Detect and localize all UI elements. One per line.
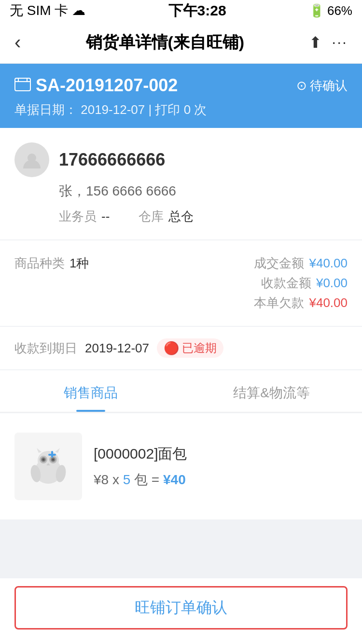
date-label: 单据日期： bbox=[14, 102, 77, 117]
amount-value-1: ¥0.00 bbox=[316, 276, 348, 291]
summary-section: 商品种类 1种 成交金额 ¥40.00 收款金额 ¥0.00 本单欠款 ¥40.… bbox=[0, 240, 362, 326]
product-multiply: x bbox=[112, 472, 123, 487]
customer-name: 张，156 6666 6666 bbox=[59, 182, 348, 200]
status-bar: 无 SIM 卡 ☁ 下午3:28 🔋 66% bbox=[0, 0, 362, 21]
summary-left: 商品种类 1种 bbox=[14, 255, 89, 272]
due-label: 收款到期日 bbox=[14, 340, 77, 357]
nav-left: ‹ bbox=[14, 31, 21, 53]
warehouse-item: 仓库 总仓 bbox=[139, 208, 194, 225]
product-price-row: ¥8 x 5 包 = ¥40 bbox=[94, 471, 348, 489]
summary-right: 成交金额 ¥40.00 收款金额 ¥0.00 本单欠款 ¥40.00 bbox=[254, 255, 348, 311]
svg-rect-0 bbox=[15, 78, 30, 91]
warehouse-label: 仓库 bbox=[139, 208, 164, 225]
tab-settlement[interactable]: 结算&物流等 bbox=[181, 370, 362, 412]
amount-row-2: 本单欠款 ¥40.00 bbox=[254, 294, 348, 311]
svg-rect-16 bbox=[48, 454, 56, 456]
order-id: SA-20191207-002 bbox=[14, 75, 178, 96]
product-qty: 5 bbox=[123, 472, 131, 487]
staff-value: -- bbox=[101, 209, 110, 224]
amount-label-1: 收款金额 bbox=[261, 275, 311, 292]
status-left: 无 SIM 卡 ☁ bbox=[10, 1, 85, 20]
product-unit: 包 bbox=[134, 472, 148, 487]
amount-row-1: 收款金额 ¥0.00 bbox=[261, 275, 348, 292]
product-image bbox=[14, 433, 82, 500]
svg-marker-12 bbox=[55, 448, 60, 453]
customer-phone: 17666666666 bbox=[59, 150, 165, 170]
warehouse-value: 总仓 bbox=[168, 208, 194, 225]
svg-point-9 bbox=[52, 459, 55, 461]
bottom-bar: 旺铺订单确认 bbox=[0, 578, 362, 644]
order-id-row: SA-20191207-002 ⊙ 待确认 bbox=[14, 75, 348, 96]
page-title: 销货单详情(来自旺铺) bbox=[86, 31, 245, 54]
customer-phone-row: 17666666666 bbox=[14, 142, 348, 177]
order-id-text: SA-20191207-002 bbox=[36, 75, 178, 96]
avatar bbox=[14, 142, 49, 177]
product-item: [0000002]面包 ¥8 x 5 包 = ¥40 bbox=[14, 423, 348, 510]
back-button[interactable]: ‹ bbox=[14, 31, 21, 53]
product-name: [0000002]面包 bbox=[94, 444, 348, 464]
type-label: 商品种类 bbox=[14, 255, 65, 272]
product-price: ¥8 bbox=[94, 472, 109, 487]
print-info: | 打印 0 次 bbox=[148, 102, 207, 117]
status-time: 下午3:28 bbox=[168, 1, 226, 21]
battery-icon: 🔋 bbox=[309, 3, 324, 18]
order-status: ⊙ 待确认 bbox=[296, 77, 348, 94]
nav-bar: ‹ 销货单详情(来自旺铺) ⬆ ··· bbox=[0, 21, 362, 64]
amount-label-2: 本单欠款 bbox=[254, 294, 304, 311]
order-header: SA-20191207-002 ⊙ 待确认 单据日期： 2019-12-07 |… bbox=[0, 64, 362, 128]
tab-sales-products[interactable]: 销售商品 bbox=[0, 370, 181, 412]
svg-point-6 bbox=[42, 459, 45, 461]
product-total: ¥40 bbox=[163, 472, 186, 487]
nav-right: ⬆ ··· bbox=[309, 33, 348, 52]
sim-text: 无 SIM 卡 ☁ bbox=[10, 1, 85, 20]
due-section: 收款到期日 2019-12-07 🔴 已逾期 bbox=[0, 327, 362, 369]
more-button[interactable]: ··· bbox=[332, 33, 348, 51]
confirm-button[interactable]: 旺铺订单确认 bbox=[14, 586, 348, 630]
status-right: 🔋 66% bbox=[309, 3, 352, 18]
amount-row-0: 成交金额 ¥40.00 bbox=[254, 255, 348, 272]
svg-marker-11 bbox=[37, 448, 42, 453]
battery-percent: 66% bbox=[327, 3, 352, 18]
product-info: [0000002]面包 ¥8 x 5 包 = ¥40 bbox=[94, 444, 348, 489]
date-value: 2019-12-07 bbox=[81, 102, 145, 117]
status-text: 待确认 bbox=[310, 77, 348, 94]
customer-meta: 业务员 -- 仓库 总仓 bbox=[59, 208, 348, 225]
amount-label-0: 成交金额 bbox=[254, 255, 304, 272]
due-date: 2019-12-07 bbox=[85, 341, 149, 356]
overdue-badge: 🔴 已逾期 bbox=[157, 338, 223, 358]
staff-item: 业务员 -- bbox=[59, 208, 110, 225]
overdue-icon: 🔴 bbox=[164, 341, 179, 356]
order-icon bbox=[14, 75, 31, 96]
staff-label: 业务员 bbox=[59, 208, 97, 225]
products-section: [0000002]面包 ¥8 x 5 包 = ¥40 bbox=[0, 413, 362, 519]
overdue-text: 已逾期 bbox=[182, 340, 217, 356]
share-button[interactable]: ⬆ bbox=[309, 33, 322, 52]
product-logo bbox=[14, 433, 82, 500]
product-equals: = bbox=[152, 472, 163, 487]
type-value: 1种 bbox=[70, 255, 89, 272]
customer-section: 17666666666 张，156 6666 6666 业务员 -- 仓库 总仓 bbox=[0, 128, 362, 239]
tabs-section: 销售商品 结算&物流等 bbox=[0, 370, 362, 412]
amount-value-0: ¥40.00 bbox=[309, 256, 348, 271]
amount-value-2: ¥40.00 bbox=[309, 295, 348, 310]
order-date-row: 单据日期： 2019-12-07 | 打印 0 次 bbox=[14, 101, 348, 118]
status-clock-icon: ⊙ bbox=[296, 78, 307, 93]
